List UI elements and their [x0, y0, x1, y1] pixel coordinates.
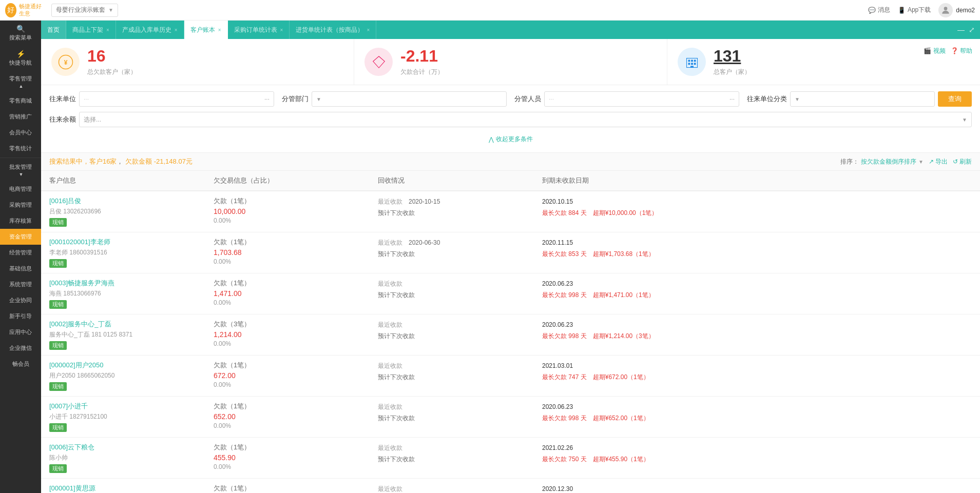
sidebar-item-finance[interactable]: 资金管理	[0, 229, 41, 245]
tab-inbound-close[interactable]: ×	[367, 27, 370, 33]
stat-icon-building	[678, 48, 706, 76]
refresh-btn[interactable]: ↺ 刷新	[953, 157, 972, 166]
debt-percent-1: 0.00%	[214, 258, 378, 265]
tab-home[interactable]: 首页	[41, 21, 66, 39]
sidebar-item-quick-nav[interactable]: ⚡ 快捷导航	[0, 46, 41, 71]
customer-name-2[interactable]: [0003]畅捷服务尹海燕	[49, 279, 114, 287]
search-button[interactable]: 查询	[938, 91, 972, 107]
debt-info-5: 欠款（1笔） 652.00 0.00%	[214, 402, 378, 429]
sort-dropdown-arrow: ▼	[918, 159, 924, 165]
sidebar-item-ecommerce[interactable]: 电商管理	[0, 181, 41, 197]
sidebar-item-retail-mall[interactable]: 零售商城	[0, 93, 41, 109]
stats-row: ¥ 16 总欠款客户（家） -2.	[41, 39, 980, 85]
sidebar-item-basic-info[interactable]: 基础信息	[0, 261, 41, 277]
sidebar-item-search-menu[interactable]: 🔍 搜索菜单	[0, 21, 41, 46]
sidebar-item-newbie[interactable]: 新手引导	[0, 308, 41, 324]
sidebar-item-enterprise-wechat[interactable]: 企业微信	[0, 340, 41, 356]
customer-name-1[interactable]: [0001020001]李老师	[49, 238, 110, 246]
message-icon: 💬	[868, 7, 876, 14]
staff-input[interactable]: ···	[544, 91, 739, 107]
tab-customer-close[interactable]: ×	[218, 27, 221, 33]
debt-amount-6: 455.90	[214, 453, 378, 462]
collapse-row: ⋀ 收起更多条件	[49, 132, 972, 146]
store-selector[interactable]: 母婴行业演示账套 ▼	[51, 4, 118, 17]
tab-maximize-btn[interactable]: ⤢	[969, 26, 975, 34]
main-layout: 🔍 搜索菜单 ⚡ 快捷导航 零售管理 ▲ 零售商城 营销推广 会员中心 零售统计…	[0, 21, 980, 493]
customer-name-4[interactable]: [000002]用户2050	[49, 361, 104, 369]
table-row: [0003]畅捷服务尹海燕 海燕 18513066976 现销 欠款（1笔） 1…	[41, 273, 980, 314]
col-header-customer: 客户信息	[49, 176, 214, 185]
main-content: ¥ 16 总欠款客户（家） -2.	[41, 39, 980, 493]
user-profile[interactable]: demo2	[938, 3, 975, 17]
debt-info-1: 欠款（1笔） 1,703.68 0.00%	[214, 238, 378, 265]
tab-purchase-close[interactable]: ×	[280, 27, 283, 33]
svg-rect-10	[694, 63, 696, 65]
recovery-info-7: 最近收款 预计下次收款	[378, 484, 542, 493]
debt-info-2: 欠款（1笔） 1,471.00 0.00%	[214, 279, 378, 306]
app-header: 好 畅捷通好生意 母婴行业演示账套 ▼ 💬 消息 📱 App下载 demo2	[0, 0, 980, 21]
svg-rect-9	[691, 63, 693, 65]
customer-detail-1: 李老师 18600391516	[49, 248, 214, 257]
customer-info-4: [000002]用户2050 用户2050 18665062050 现销	[49, 361, 214, 391]
stat-card-debt-amount: -2.11 欠款合计（万）	[354, 39, 667, 85]
debt-percent-6: 0.00%	[214, 463, 378, 470]
collapse-btn[interactable]: ⋀ 收起更多条件	[489, 135, 533, 144]
dept-input[interactable]: ▼	[312, 91, 507, 107]
overdue-info-7: 2020.12.30 最长欠款 808 天 超期¥429.00（1笔）	[542, 484, 972, 493]
header-message-btn[interactable]: 💬 消息	[868, 6, 890, 14]
sidebar-item-marketing[interactable]: 营销推广	[0, 109, 41, 125]
debt-percent-0: 0.00%	[214, 217, 378, 224]
sidebar-item-operation[interactable]: 经营管理	[0, 245, 41, 261]
recovery-info-6: 最近收款 预计下次收款	[378, 443, 542, 465]
sidebar-item-retail-mgmt[interactable]: 零售管理 ▲	[0, 71, 41, 93]
customer-name-7[interactable]: [000001]黄思源	[49, 484, 95, 492]
sidebar-item-purchase[interactable]: 采购管理	[0, 197, 41, 213]
store-dropdown-arrow: ▼	[108, 7, 113, 13]
refresh-icon: ↺	[953, 158, 958, 165]
tab-inbound[interactable]: 进货单统计表（按商品） ×	[290, 21, 376, 39]
tab-production[interactable]: 产成品入库单历史 ×	[116, 21, 184, 39]
customer-name-6[interactable]: [0006]云下粮仓	[49, 443, 94, 451]
svg-rect-11	[690, 66, 694, 67]
debt-count-4: 欠款（1笔）	[214, 361, 378, 370]
stat-value-debt-amount: -2.11	[400, 47, 444, 65]
balance-select[interactable]: 选择... ▼	[79, 112, 972, 127]
customer-name-5[interactable]: [0007]小进千	[49, 402, 88, 410]
stat-label-debt-amount: 欠款合计（万）	[400, 68, 444, 76]
svg-rect-5	[688, 60, 690, 62]
tab-bar-actions: — ⤢	[952, 26, 980, 34]
tab-customer[interactable]: 客户账本 ×	[184, 21, 228, 39]
customer-name-0[interactable]: [0016]吕俊	[49, 197, 81, 205]
tab-products-close[interactable]: ×	[106, 27, 109, 33]
header-app-download-btn[interactable]: 📱 App下载	[898, 6, 931, 14]
video-btn[interactable]: 🎬 视频	[924, 47, 945, 55]
sidebar-item-app-center[interactable]: 应用中心	[0, 324, 41, 340]
tab-purchase[interactable]: 采购订单统计表 ×	[228, 21, 290, 39]
retail-mgmt-arrow: ▲	[19, 84, 24, 89]
customer-tag-2: 现销	[49, 300, 67, 309]
svg-rect-8	[688, 63, 690, 65]
recovery-info-3: 最近收款 预计下次收款	[378, 320, 542, 342]
customer-info-0: [0016]吕俊 吕俊 13026203696 现销	[49, 196, 214, 227]
from-unit-input[interactable]: ···	[79, 91, 274, 107]
customer-name-3[interactable]: [0002]服务中心_丁磊	[49, 320, 111, 328]
tab-production-close[interactable]: ×	[175, 27, 178, 33]
sidebar-item-system[interactable]: 系统管理	[0, 277, 41, 292]
tab-minimize-btn[interactable]: —	[957, 26, 965, 34]
filter-staff: 分管人员 ···	[514, 91, 739, 107]
overdue-info-3: 2020.06.23 最长欠款 998 天 超期¥1,214.00（3笔）	[542, 320, 972, 342]
sidebar-item-retail-stats[interactable]: 零售统计	[0, 141, 41, 156]
unit-category-input[interactable]: ▼	[790, 91, 935, 107]
sidebar-item-vip[interactable]: 畅会员	[0, 356, 41, 372]
help-btn[interactable]: ❓ 帮助	[951, 47, 972, 55]
result-info: 搜索结果中，客户16家， 欠款金额 -21,148.07元	[49, 157, 193, 166]
export-btn[interactable]: ↗ 导出	[929, 157, 948, 166]
debt-amount-0: 10,000.00	[214, 207, 378, 215]
stat-icon-diamond	[364, 48, 393, 76]
tab-products[interactable]: 商品上下架 ×	[66, 21, 116, 39]
sidebar-item-inventory[interactable]: 库存核算	[0, 213, 41, 229]
overdue-info-1: 2020.11.15 最长欠款 853 天 超期¥1,703.68（1笔）	[542, 238, 972, 260]
sidebar-item-member-center[interactable]: 会员中心	[0, 125, 41, 141]
sidebar-item-batch-mgmt[interactable]: 批发管理 ▼	[0, 159, 41, 181]
sidebar-item-enterprise[interactable]: 企业协同	[0, 292, 41, 308]
